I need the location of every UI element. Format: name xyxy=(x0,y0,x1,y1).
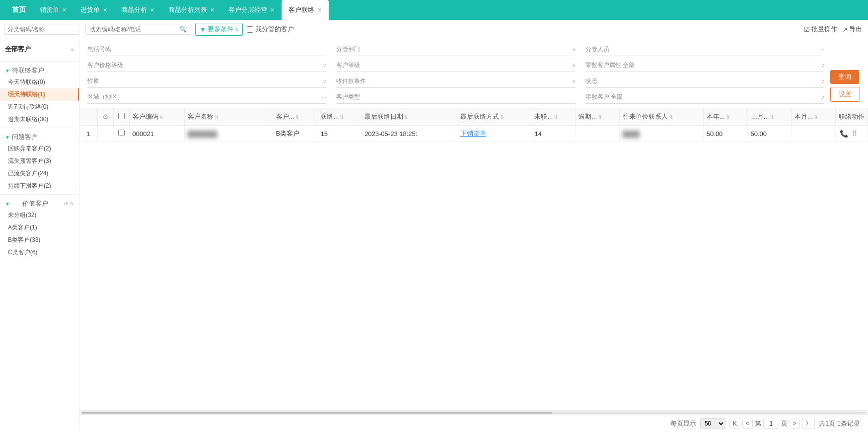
td-last-method[interactable]: 下销货单 xyxy=(457,126,531,142)
filter-payment-input[interactable] xyxy=(370,78,575,85)
filter-nature-arrow[interactable]: ∨ xyxy=(323,78,326,84)
sidebar-item-7days[interactable]: 近7天待联络(0) xyxy=(0,101,79,113)
page-first-btn[interactable]: K xyxy=(729,419,740,429)
filter-customer-type-input[interactable] xyxy=(364,94,575,101)
th-last-month[interactable]: 上月...⇅ xyxy=(747,108,792,126)
page-prev-btn[interactable]: < xyxy=(742,419,753,429)
gear-icon[interactable]: ⚙ xyxy=(102,113,109,121)
filter-nature-input[interactable] xyxy=(103,78,326,85)
contact-person-blurred: ████ xyxy=(623,131,640,138)
sidebar-item-ungrouped[interactable]: 未分组(32) xyxy=(0,209,79,221)
last-method-link[interactable]: 下销货单 xyxy=(460,130,486,137)
th-name[interactable]: 客户名称⇅ xyxy=(184,108,273,126)
page-input[interactable] xyxy=(763,419,779,429)
value-group-icons[interactable]: ↺ ✎ xyxy=(64,201,74,207)
sidebar-item-churn-warn[interactable]: 流失预警客户(3) xyxy=(0,155,79,167)
sidebar-group-value[interactable]: 价值客户 ↺ ✎ xyxy=(0,197,79,209)
page-sep: 页 xyxy=(781,419,788,428)
nav-close-customer-mgmt[interactable]: ✕ xyxy=(270,7,275,13)
nav-close-purchase[interactable]: ✕ xyxy=(103,7,107,13)
per-page-select[interactable]: 50 100 200 xyxy=(700,418,725,429)
th-no-contact[interactable]: 未联...⇅ xyxy=(531,108,576,126)
filter-region-input[interactable] xyxy=(127,94,326,101)
nav-purchase[interactable]: 进货单 ✕ xyxy=(73,0,114,20)
sidebar-item-overdue[interactable]: 逾期未联络(30) xyxy=(0,113,79,126)
filter-region-dots[interactable]: ··· xyxy=(321,94,326,101)
th-code[interactable]: 客户编码⇅ xyxy=(129,108,184,126)
filter-more-btn[interactable]: ▼ 更多条件 ∧ xyxy=(195,23,243,36)
filter-dept-input[interactable] xyxy=(364,46,575,53)
sidebar-item-a-class[interactable]: A类客户(1) xyxy=(0,221,79,234)
select-all-checkbox[interactable] xyxy=(118,113,125,119)
sidebar-search-input[interactable] xyxy=(4,24,79,35)
sidebar-item-today[interactable]: 今天待联络(0) xyxy=(0,76,79,88)
nav-close-sales[interactable]: ✕ xyxy=(62,7,67,13)
th-gear[interactable]: ⚙ xyxy=(97,108,113,126)
sort-code-icon: ⇅ xyxy=(159,114,163,120)
nav-customer-mgmt[interactable]: 客户分层经营 ✕ xyxy=(221,0,282,20)
sidebar-item-declining[interactable]: 持续下滑客户(2) xyxy=(0,180,79,192)
sidebar-item-abnormal[interactable]: 回购异常客户(2) xyxy=(0,143,79,155)
search-input[interactable] xyxy=(90,26,179,33)
my-customers-checkbox[interactable] xyxy=(247,26,253,33)
page-last-btn[interactable]: 》 xyxy=(802,418,815,429)
filter-person-input[interactable] xyxy=(613,46,824,53)
filter-dept: 分管部门 ∨ xyxy=(336,43,575,56)
filter-customer-level-input[interactable] xyxy=(364,62,575,69)
th-last-method[interactable]: 最后联络方式⇅ xyxy=(457,108,531,126)
filter-scatter-customer-input[interactable] xyxy=(627,94,824,101)
horizontal-scrollbar[interactable] xyxy=(79,410,868,414)
nav-sales[interactable]: 销货单 ✕ xyxy=(33,0,73,20)
row-checkbox[interactable] xyxy=(118,130,125,136)
nav-close-analysis-list[interactable]: ✕ xyxy=(210,7,215,13)
th-type[interactable]: 客户...⇅ xyxy=(273,108,317,126)
th-this-year[interactable]: 本年...⇅ xyxy=(703,108,747,126)
top-nav: 首页 销货单 ✕ 进货单 ✕ 商品分析 ✕ 商品分析列表 ✕ 客户分层经营 ✕ … xyxy=(0,0,868,20)
filter-scatter-customer-arrow[interactable]: ∨ xyxy=(821,94,824,100)
nav-close-customer-contact[interactable]: ✕ xyxy=(317,7,322,13)
nav-customer-contact[interactable]: 客户联络 ✕ xyxy=(282,0,329,20)
my-customers-checkbox-label[interactable]: 我分管的客户 xyxy=(247,25,294,34)
th-this-month[interactable]: 本月...⇅ xyxy=(792,108,836,126)
search-icon[interactable]: 🔍 xyxy=(179,26,187,33)
page-next-btn[interactable]: > xyxy=(790,419,800,429)
nav-home[interactable]: 首页 xyxy=(5,0,33,20)
td-contact-count: 15 xyxy=(317,126,362,142)
batch-op-btn[interactable]: ☑ 批量操作 xyxy=(804,25,837,34)
grid-icon[interactable]: ⠿ xyxy=(852,130,857,138)
th-overdue[interactable]: 逾期...⇅ xyxy=(576,108,620,126)
scrollbar-thumb[interactable] xyxy=(81,412,552,414)
filter-row-3: 性质 ∨ 收付款条件 ∨ 状态 ∨ xyxy=(87,75,824,88)
filter-phone-input[interactable] xyxy=(115,46,326,53)
phone-icon[interactable]: 📞 xyxy=(840,130,848,138)
filter-dept-arrow[interactable]: ∨ xyxy=(572,47,576,52)
th-last-date[interactable]: 最后联络日期⇅ xyxy=(362,108,457,126)
filter-scatter-attr-input[interactable] xyxy=(639,62,824,69)
sidebar-group-problem[interactable]: 问题客户 xyxy=(0,130,79,143)
nav-analysis[interactable]: 商品分析 ✕ xyxy=(114,0,161,20)
th-contact-count[interactable]: 联络...⇅ xyxy=(317,108,362,126)
sidebar-item-churned[interactable]: 已流失客户(24) xyxy=(0,167,79,180)
td-checkbox-cell[interactable] xyxy=(113,126,129,142)
filter-scatter-attr-arrow[interactable]: ∨ xyxy=(821,63,824,68)
export-btn[interactable]: ↗ 导出 xyxy=(842,25,862,34)
sidebar-item-b-class[interactable]: B类客户(33) xyxy=(0,234,79,246)
filter-status-input[interactable] xyxy=(601,78,824,85)
sidebar-group-pending[interactable]: 待联络客户 xyxy=(0,64,79,76)
nav-analysis-list[interactable]: 商品分析列表 ✕ xyxy=(161,0,221,20)
sidebar-item-tomorrow[interactable]: 明天待联络(1) xyxy=(0,88,79,101)
th-checkbox[interactable] xyxy=(113,108,129,126)
sidebar-all-customers[interactable]: 全部客户 « xyxy=(0,42,79,56)
sidebar-item-c-class[interactable]: C类客户(6) xyxy=(0,246,79,259)
th-contact-person[interactable]: 往来单位联系人⇅ xyxy=(619,108,703,126)
filter-price-level-input[interactable] xyxy=(127,62,326,69)
query-button[interactable]: 查询 xyxy=(830,70,859,84)
settings-button[interactable]: 设置 xyxy=(830,87,860,102)
filter-status-arrow[interactable]: ∨ xyxy=(821,78,824,84)
filter-customer-level-arrow[interactable]: ∨ xyxy=(572,63,576,68)
filter-person-dots[interactable]: ··· xyxy=(819,46,824,53)
filter-price-level-arrow[interactable]: ∨ xyxy=(323,63,326,68)
nav-close-analysis[interactable]: ✕ xyxy=(150,7,154,13)
table-row: 1 000021 ███████ B类客户 15 2023-05-23 18:2… xyxy=(79,126,868,142)
filter-payment-arrow[interactable]: ∨ xyxy=(572,78,576,84)
